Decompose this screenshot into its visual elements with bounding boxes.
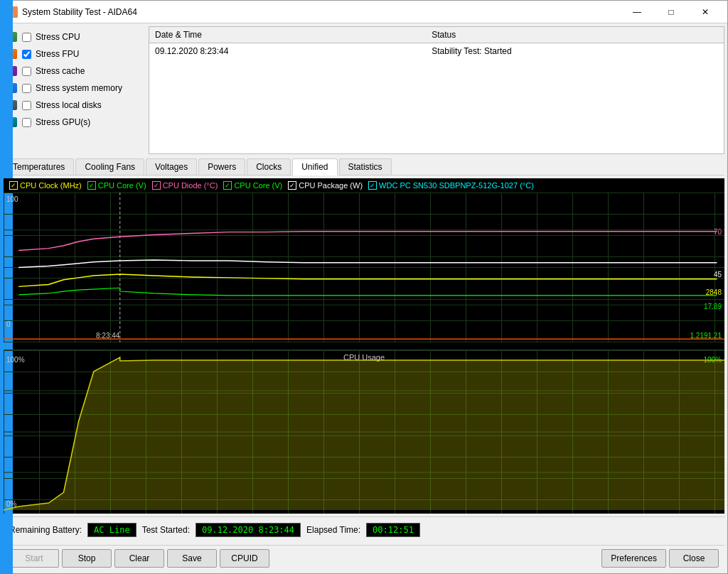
stress-mem-row: Stress system memory (4, 80, 146, 96)
stress-mem-checkbox[interactable] (22, 84, 31, 93)
stress-cpu-label[interactable]: Stress CPU (36, 32, 80, 42)
svg-marker-10 (4, 357, 724, 510)
tab-cooling-fans[interactable]: Cooling Fans (75, 158, 144, 175)
legend-cpu-package: CPU Package (W) (288, 181, 363, 190)
stress-disk-row: Stress local disks (4, 97, 146, 113)
legend-cpu-core-v-label: CPU Core (V) (98, 181, 146, 190)
legend-cpu-core-v2-label: CPU Core (V) (234, 181, 282, 190)
tab-clocks[interactable]: Clocks (247, 158, 291, 175)
legend-cpu-core-v2: CPU Core (V) (223, 181, 282, 190)
top-section: Stress CPU Stress FPU Stress cache (4, 26, 724, 154)
window-controls: — □ ✕ (621, 1, 722, 23)
stress-gpu-label[interactable]: Stress GPU(s) (36, 117, 90, 127)
close-window-button[interactable]: ✕ (689, 1, 722, 23)
status-text: Stability Test: Started (426, 43, 724, 60)
col-status: Status (426, 27, 724, 43)
tab-voltages[interactable]: Voltages (146, 158, 197, 175)
elapsed-label: Elapsed Time: (306, 525, 360, 535)
action-bar: Start Stop Clear Save CPUID Preferences … (4, 545, 724, 570)
legend-cpu-package-label: CPU Package (W) (299, 181, 363, 190)
cpu-usage-title: CPU Usage (343, 353, 385, 362)
save-button[interactable]: Save (167, 549, 217, 568)
stress-fpu-row: Stress FPU (4, 46, 146, 62)
legend-cpu-clock-label: CPU Clock (MHz) (20, 181, 82, 190)
cpuid-button[interactable]: CPUID (220, 549, 269, 568)
legend-cpu-diode: CPU Diode (°C) (152, 181, 218, 190)
stress-cpu-checkbox[interactable] (22, 33, 31, 42)
start-button[interactable]: Start (9, 549, 59, 568)
tab-unified[interactable]: Unified (292, 158, 337, 175)
clear-button[interactable]: Clear (114, 549, 164, 568)
legend-wdc: WDC PC SN530 SDBPNPZ-512G-1027 (°C) (368, 181, 534, 190)
legend-cpu-clock: CPU Clock (MHz) (9, 181, 82, 190)
legend-cpu-core-v-check[interactable] (87, 181, 96, 190)
legend-cpu-diode-label: CPU Diode (°C) (163, 181, 218, 190)
main-window: A System Stability Test - AIDA64 — □ ✕ S… (0, 0, 728, 574)
status-row-0: 09.12.2020 8:23:44 Stability Test: Start… (149, 43, 724, 60)
legend-cpu-core-v2-check[interactable] (223, 181, 232, 190)
legend-cpu-core-v: CPU Core (V) (87, 181, 146, 190)
battery-label: Remaining Battery: (9, 525, 82, 535)
status-table-container: Date & Time Status 09.12.2020 8:23:44 St… (149, 26, 724, 154)
stress-options-panel: Stress CPU Stress FPU Stress cache (4, 26, 146, 154)
minimize-button[interactable]: — (621, 1, 653, 23)
stress-disk-checkbox[interactable] (22, 101, 31, 110)
stress-cache-checkbox[interactable] (22, 67, 31, 76)
bottom-chart-svg (4, 350, 724, 514)
legend-cpu-package-check[interactable] (288, 181, 296, 190)
elapsed-value: 00:12:51 (366, 523, 420, 537)
close-button[interactable]: Close (669, 549, 719, 568)
status-bar: Remaining Battery: AC Line Test Started:… (4, 516, 724, 542)
tab-powers[interactable]: Powers (198, 158, 245, 175)
status-datetime: 09.12.2020 8:23:44 (149, 43, 426, 60)
legend-cpu-clock-check[interactable] (9, 181, 18, 190)
stress-fpu-label[interactable]: Stress FPU (36, 49, 79, 59)
stress-disk-label[interactable]: Stress local disks (36, 100, 102, 110)
tab-temperatures[interactable]: Temperatures (4, 158, 74, 175)
col-datetime: Date & Time (149, 27, 426, 43)
stress-gpu-row: Stress GPU(s) (4, 114, 146, 130)
preferences-button[interactable]: Preferences (601, 549, 666, 568)
charts-wrapper: CPU Clock (MHz) CPU Core (V) CPU Diode (… (4, 178, 724, 514)
maximize-button[interactable]: □ (655, 1, 687, 23)
title-bar: A System Stability Test - AIDA64 — □ ✕ (1, 1, 727, 23)
stress-cpu-row: Stress CPU (4, 29, 146, 45)
test-started-value: 09.12.2020 8:23:44 (196, 523, 301, 537)
stress-cache-row: Stress cache (4, 63, 146, 79)
test-started-label: Test Started: (142, 525, 190, 535)
stress-gpu-checkbox[interactable] (22, 118, 31, 127)
chart-bottom: CPU Usage 100% 0% 100% (4, 350, 724, 514)
charts-area: CPU Clock (MHz) CPU Core (V) CPU Diode (… (4, 178, 724, 514)
legend-wdc-label: WDC PC SN530 SDBPNPZ-512G-1027 (°C) (379, 181, 534, 190)
tabs-bar: Temperatures Cooling Fans Voltages Power… (4, 157, 724, 175)
legend-wdc-check[interactable] (368, 181, 377, 190)
stop-button[interactable]: Stop (62, 549, 112, 568)
tab-statistics[interactable]: Statistics (339, 158, 392, 175)
stress-fpu-checkbox[interactable] (22, 50, 31, 59)
main-content: Stress CPU Stress FPU Stress cache (1, 23, 727, 573)
chart-legend: CPU Clock (MHz) CPU Core (V) CPU Diode (… (4, 178, 724, 193)
window-title: System Stability Test - AIDA64 (22, 7, 621, 17)
stress-cache-label[interactable]: Stress cache (36, 66, 85, 76)
stress-mem-label[interactable]: Stress system memory (36, 83, 122, 93)
chart-top: CPU Clock (MHz) CPU Core (V) CPU Diode (… (4, 178, 724, 350)
battery-value: AC Line (87, 523, 136, 537)
legend-cpu-diode-check[interactable] (152, 181, 161, 190)
status-table: Date & Time Status 09.12.2020 8:23:44 St… (149, 27, 724, 59)
top-chart-svg (4, 193, 724, 342)
